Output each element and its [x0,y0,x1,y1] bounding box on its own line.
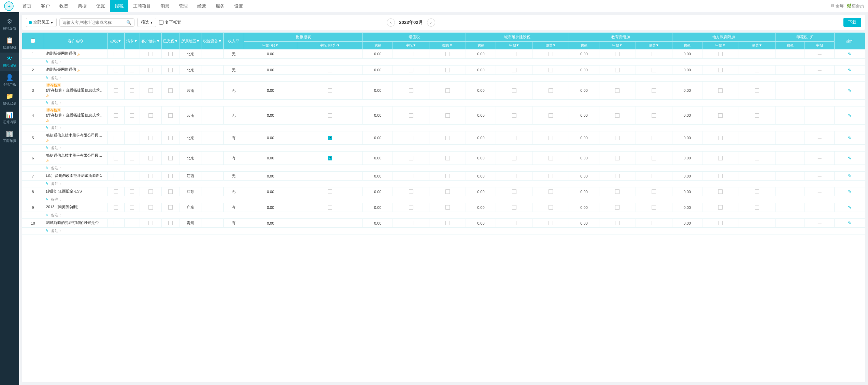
edit-note-icon[interactable]: ✎ [45,101,48,105]
edit-note-icon[interactable]: ✎ [45,60,48,64]
local-declare-checkbox[interactable] [718,189,723,194]
edu-pay-checkbox[interactable] [652,189,656,194]
vat-pay-checkbox[interactable] [445,189,450,194]
edu-pay-checkbox[interactable] [652,174,656,178]
edu-pay-checkbox[interactable] [652,113,656,118]
fr-month-checkbox[interactable] [328,68,332,72]
nav-tax[interactable]: 报税 [110,0,128,12]
vat-declare-checkbox[interactable] [409,113,413,118]
copy-tax-checkbox[interactable] [114,156,118,160]
nav-home[interactable]: 首页 [18,0,36,12]
nav-fee[interactable]: 收费 [55,0,73,12]
edit-icon[interactable]: ✎ [848,173,852,179]
done-tax-checkbox[interactable] [168,174,173,178]
search-input[interactable] [62,20,125,25]
city-pay-checkbox[interactable] [549,68,553,72]
search-box[interactable]: 🔍 [59,18,134,27]
local-pay-checkbox[interactable] [755,221,759,225]
done-tax-checkbox[interactable] [168,88,173,93]
edit-note-icon[interactable]: ✎ [45,197,48,201]
fr-month-checkbox[interactable] [328,52,332,56]
vat-pay-checkbox[interactable] [445,52,450,56]
clear-card-checkbox[interactable] [130,221,134,225]
client-confirm-checkbox[interactable] [148,156,153,160]
vat-pay-checkbox[interactable] [445,68,450,72]
city-declare-checkbox[interactable] [512,189,516,194]
client-confirm-checkbox[interactable] [148,189,153,194]
vat-declare-checkbox[interactable] [409,221,413,225]
vat-pay-checkbox[interactable] [445,174,450,178]
sidebar-item-settlement[interactable]: 📊 汇算清缴 [0,109,19,127]
client-confirm-checkbox[interactable] [148,68,153,72]
fr-month-checkbox[interactable] [328,88,332,93]
edu-declare-checkbox[interactable] [615,205,620,210]
city-pay-checkbox[interactable] [549,88,553,93]
local-pay-checkbox[interactable] [755,68,759,72]
done-tax-checkbox[interactable] [168,189,173,194]
local-pay-checkbox[interactable] [755,205,759,210]
copy-tax-checkbox[interactable] [114,113,118,118]
edu-declare-checkbox[interactable] [615,136,620,140]
next-month-btn[interactable]: › [427,18,435,27]
client-confirm-checkbox[interactable] [148,221,153,225]
edit-note-icon[interactable]: ✎ [45,166,48,170]
city-declare-checkbox[interactable] [512,205,516,210]
clear-card-checkbox[interactable] [130,174,134,178]
city-declare-checkbox[interactable] [512,88,516,93]
edit-note-icon[interactable]: ✎ [45,126,48,130]
fr-month-checkbox[interactable] [328,174,332,178]
nav-operate[interactable]: 经营 [193,0,211,12]
copy-tax-checkbox[interactable] [114,189,118,194]
local-declare-checkbox[interactable] [718,88,723,93]
copy-tax-checkbox[interactable] [114,205,118,210]
local-declare-checkbox[interactable] [718,221,723,225]
vat-declare-checkbox[interactable] [409,68,413,72]
done-tax-checkbox[interactable] [168,113,173,118]
edit-icon[interactable]: ✎ [848,156,852,161]
edit-note-icon[interactable]: ✎ [45,229,48,233]
copy-tax-checkbox[interactable] [114,221,118,225]
copy-tax-checkbox[interactable] [114,136,118,140]
edu-pay-checkbox[interactable] [652,205,656,210]
edit-icon[interactable]: ✎ [848,113,852,118]
copy-tax-checkbox[interactable] [114,52,118,56]
employee-filter[interactable]: 全部员工 ▾ [26,18,57,27]
city-pay-checkbox[interactable] [549,205,553,210]
nav-industry[interactable]: 工商项目 [128,0,156,12]
vat-declare-checkbox[interactable] [409,205,413,210]
nav-manage[interactable]: 管理 [174,0,193,12]
clear-card-checkbox[interactable] [130,205,134,210]
edu-declare-checkbox[interactable] [615,189,620,194]
vat-declare-checkbox[interactable] [409,174,413,178]
edu-pay-checkbox[interactable] [652,136,656,140]
edit-icon[interactable]: ✎ [848,220,852,226]
fr-month-checkbox[interactable] [328,189,332,194]
vat-declare-checkbox[interactable] [409,88,413,93]
local-declare-checkbox[interactable] [718,174,723,178]
city-declare-checkbox[interactable] [512,136,516,140]
local-declare-checkbox[interactable] [718,68,723,72]
edu-pay-checkbox[interactable] [652,52,656,56]
fr-month-checkbox[interactable] [328,221,332,225]
vat-pay-checkbox[interactable] [445,88,450,93]
edit-icon[interactable]: ✎ [848,88,852,93]
local-pay-checkbox[interactable] [755,174,759,178]
edit-icon[interactable]: ✎ [848,205,852,210]
city-pay-checkbox[interactable] [549,52,553,56]
city-declare-checkbox[interactable] [512,156,516,160]
copy-tax-checkbox[interactable] [114,68,118,72]
nav-bookkeeping[interactable]: 记账 [91,0,110,12]
client-confirm-checkbox[interactable] [148,88,153,93]
local-pay-checkbox[interactable] [755,136,759,140]
local-declare-checkbox[interactable] [718,113,723,118]
edit-icon[interactable]: ✎ [848,68,852,73]
city-pay-checkbox[interactable] [549,113,553,118]
edu-pay-checkbox[interactable] [652,88,656,93]
edit-note-icon[interactable]: ✎ [45,76,48,80]
done-tax-checkbox[interactable] [168,52,173,56]
client-confirm-checkbox[interactable] [148,174,153,178]
edu-pay-checkbox[interactable] [652,68,656,72]
copy-tax-checkbox[interactable] [114,174,118,178]
clear-card-checkbox[interactable] [130,136,134,140]
city-declare-checkbox[interactable] [512,52,516,56]
